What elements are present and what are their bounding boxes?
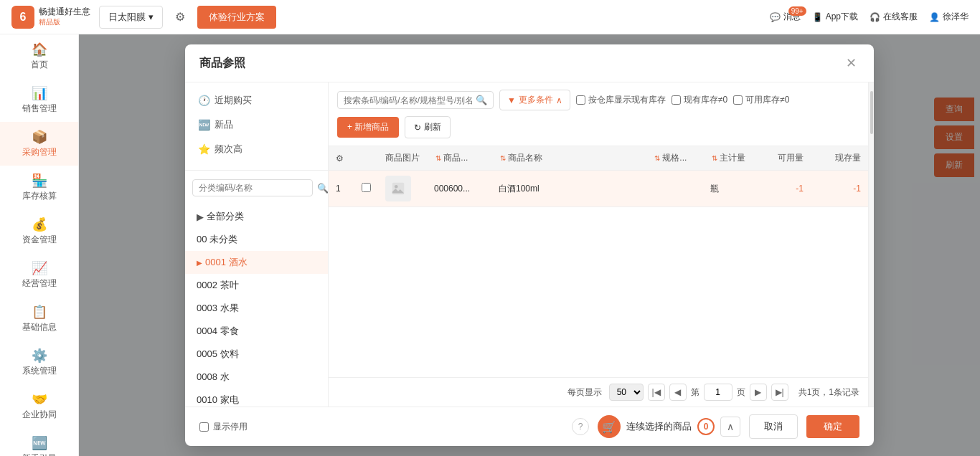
category-item-4[interactable]: 0004 零食 <box>185 320 328 343</box>
checkbox-avail-label: 可用库存≠0 <box>745 94 789 106</box>
sidebar-item-home[interactable]: 🏠 首页 <box>0 34 78 78</box>
category-item-2[interactable]: 0002 茶叶 <box>185 274 328 297</box>
sidebar-item-enterprise[interactable]: 🤝 企业协同 <box>0 384 78 428</box>
gear-icon[interactable]: ⚙ <box>169 6 192 29</box>
quick-new[interactable]: 🆕 新品 <box>192 114 321 136</box>
sidebar-item-label: 经营管理 <box>22 277 57 290</box>
sidebar-item-inventory[interactable]: 🏪 库存核算 <box>0 166 78 209</box>
category-item-label: 全部分类 <box>207 210 244 223</box>
category-item-7[interactable]: 0010 家电 <box>185 389 328 407</box>
category-item-0[interactable]: 00 未分类 <box>185 228 328 251</box>
row-img <box>378 171 427 207</box>
sidebar: 🏠 首页 📊 销售管理 📦 采购管理 🏪 库存核算 💰 资金管理 📈 经营管理 … <box>0 34 79 456</box>
cancel-btn[interactable]: 取消 <box>749 414 798 439</box>
sidebar-item-guide[interactable]: 🆕 新手引导 <box>0 428 78 456</box>
quick-recent-label: 近期购买 <box>215 94 252 107</box>
store-name: 日太阳膜 <box>108 11 146 24</box>
user-menu[interactable]: 👤 徐泽华 <box>929 11 969 23</box>
purchase-icon: 📦 <box>32 129 47 145</box>
logo-text: 畅捷通好生意 <box>39 6 90 18</box>
page-last-btn[interactable]: ▶| <box>771 384 788 401</box>
col-header-avail: 可用量 <box>753 146 811 171</box>
col-header-code[interactable]: ⇅ 商品... <box>427 146 491 171</box>
modal-header: 商品参照 ✕ <box>185 44 874 82</box>
modal-right-panel: 🔍 ▼ 更多条件 ∧ 按仓库显示现有库存 <box>329 82 868 407</box>
trial-btn[interactable]: 体验行业方案 <box>197 6 276 29</box>
per-page-select[interactable]: 50 <box>609 384 644 401</box>
modal-title: 商品参照 <box>199 56 245 71</box>
col-header-check <box>354 146 378 171</box>
row-name: 白酒100ml <box>491 171 646 207</box>
modal-body: 🕐 近期购买 🆕 新品 ⭐ 频次高 <box>185 82 874 407</box>
product-search-input[interactable] <box>344 95 473 105</box>
filter-label: 更多条件 <box>519 94 553 106</box>
sidebar-item-business[interactable]: 📈 经营管理 <box>0 253 78 297</box>
category-item-all[interactable]: ▶ 全部分类 <box>185 205 328 228</box>
quick-frequent[interactable]: ⭐ 频次高 <box>192 138 321 160</box>
online-service-btn[interactable]: 🎧 在线客服 <box>870 11 918 23</box>
row-code: 000600... <box>427 171 491 207</box>
row-check[interactable] <box>354 171 378 207</box>
sort-icon: ⇅ <box>712 154 717 162</box>
modal-toolbar: 🔍 ▼ 更多条件 ∧ 按仓库显示现有库存 <box>329 82 868 146</box>
page-label-2: 页 <box>737 386 745 399</box>
category-item-1[interactable]: ▶ 0001 酒水 <box>185 251 328 274</box>
checkbox-stock-input[interactable] <box>672 95 681 105</box>
col-header-name[interactable]: ⇅ 商品名称 <box>491 146 646 171</box>
message-btn[interactable]: 💬 消息 99+ <box>770 11 801 23</box>
guide-icon: 🆕 <box>32 435 47 451</box>
sidebar-item-basic[interactable]: 📋 基础信息 <box>0 297 78 341</box>
page-input[interactable] <box>704 384 732 401</box>
checkbox-warehouse[interactable]: 按仓库显示现有库存 <box>576 94 666 106</box>
show-disabled-input[interactable] <box>199 422 209 432</box>
page-prev-btn[interactable]: ◀ <box>669 384 687 401</box>
row-checkbox[interactable] <box>362 183 371 192</box>
add-product-btn[interactable]: + 新增商品 <box>337 117 399 138</box>
clock-icon: 🕐 <box>198 95 210 106</box>
sales-icon: 📊 <box>32 85 47 101</box>
col-header-stock: 现存量 <box>811 146 868 171</box>
search-icon[interactable]: 🔍 <box>317 183 329 194</box>
product-reference-modal: 商品参照 ✕ 🕐 近期购买 🆕 新品 <box>185 44 874 446</box>
filter-btn[interactable]: ▼ 更多条件 ∧ <box>499 90 570 110</box>
sidebar-item-system[interactable]: ⚙️ 系统管理 <box>0 341 78 384</box>
arrow-icon: ▶ <box>197 259 202 267</box>
category-item-3[interactable]: 0003 水果 <box>185 297 328 320</box>
col-header-spec[interactable]: ⇅ 规格... <box>646 146 703 171</box>
checkbox-stock-nonzero[interactable]: 现有库存≠0 <box>672 94 727 106</box>
close-icon[interactable]: ✕ <box>842 54 859 72</box>
col-header-unit[interactable]: ⇅ 主计量 <box>703 146 753 171</box>
help-icon[interactable]: ? <box>572 418 589 435</box>
modal-overlay: 商品参照 ✕ 🕐 近期购买 🆕 新品 <box>79 34 980 456</box>
category-search-input[interactable] <box>192 179 313 196</box>
store-selector[interactable]: 日太阳膜 ▾ <box>99 6 163 29</box>
confirm-btn[interactable]: 确定 <box>806 415 859 438</box>
row-unit: 瓶 <box>703 171 753 207</box>
page-first-btn[interactable]: |◀ <box>648 384 665 401</box>
sidebar-item-label: 首页 <box>31 59 48 71</box>
category-item-label: 0010 家电 <box>197 394 239 407</box>
checkbox-warehouse-input[interactable] <box>576 95 585 105</box>
checkbox-avail-nonzero[interactable]: 可用库存≠0 <box>733 94 789 106</box>
sort-icon: ⇅ <box>654 154 660 162</box>
checkbox-warehouse-label: 按仓库显示现有库存 <box>588 94 666 106</box>
sidebar-item-finance[interactable]: 💰 资金管理 <box>0 209 78 253</box>
search-icon[interactable]: 🔍 <box>476 95 487 105</box>
checkbox-avail-input[interactable] <box>733 95 743 105</box>
table-row[interactable]: 1 <box>329 171 868 207</box>
sidebar-item-label: 采购管理 <box>22 146 57 158</box>
cart-area[interactable]: 🛒 连续选择的商品 0 ∧ <box>598 415 740 438</box>
quick-recent[interactable]: 🕐 近期购买 <box>192 90 321 111</box>
app-download-btn[interactable]: 📱 App下载 <box>812 11 858 23</box>
row-stock: -1 <box>811 171 868 207</box>
category-item-5[interactable]: 0005 饮料 <box>185 343 328 366</box>
show-disabled-checkbox[interactable]: 显示停用 <box>199 421 248 433</box>
col-header-settings[interactable]: ⚙ <box>329 146 354 171</box>
sidebar-item-sales[interactable]: 📊 销售管理 <box>0 78 78 122</box>
sidebar-item-purchase[interactable]: 📦 采购管理 <box>0 122 78 166</box>
top-nav: 6 畅捷通好生意 精品版 日太阳膜 ▾ ⚙ 体验行业方案 💬 消息 99+ 📱 … <box>0 0 980 34</box>
refresh-btn[interactable]: ↻ 刷新 <box>405 116 451 138</box>
category-item-6[interactable]: 0008 水 <box>185 366 328 389</box>
fold-btn[interactable]: ∧ <box>720 417 740 437</box>
page-next-btn[interactable]: ▶ <box>750 384 767 401</box>
